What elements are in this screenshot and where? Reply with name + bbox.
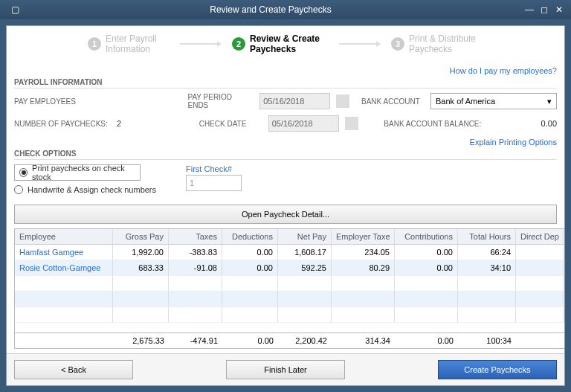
employee-link[interactable]: Hamfast Gamgee	[15, 245, 113, 260]
calendar-icon[interactable]	[336, 94, 349, 108]
explain-printing-link[interactable]: Explain Printing Options	[14, 138, 557, 147]
num-paychecks-label: NUMBER OF PAYCHECKS:	[14, 120, 111, 128]
wizard-steps: 1 Enter Payroll Information 2 Review & C…	[7, 26, 564, 62]
bank-account-select[interactable]: Bank of America ▾	[430, 93, 557, 109]
table-row-empty	[15, 307, 564, 323]
col-netpay[interactable]: Net Pay	[278, 229, 332, 244]
maximize-icon[interactable]: ◻	[538, 4, 550, 16]
paycheck-table: Employee Gross Pay Taxes Deductions Net …	[14, 228, 564, 349]
bank-account-label: BANK ACCOUNT	[361, 97, 425, 106]
radio-icon	[19, 168, 28, 177]
check-date-input[interactable]	[268, 115, 339, 132]
first-check-label: First Check#	[186, 164, 242, 173]
finish-later-button[interactable]: Finish Later	[226, 360, 345, 379]
pay-period-ends-input[interactable]	[259, 93, 330, 109]
table-row-empty	[15, 292, 564, 307]
col-emptax[interactable]: Employer Taxe	[332, 229, 395, 244]
close-icon[interactable]: ✕	[553, 4, 565, 16]
table-header-row: Employee Gross Pay Taxes Deductions Net …	[15, 229, 564, 245]
col-gross[interactable]: Gross Pay	[113, 229, 169, 244]
first-check-input[interactable]	[186, 175, 242, 191]
col-deductions[interactable]: Deductions	[222, 229, 278, 244]
window-title: Review and Create Paychecks	[21, 4, 520, 15]
radio-icon	[14, 185, 23, 194]
help-link[interactable]: How do I pay my employees?	[14, 66, 557, 75]
check-date-label: CHECK DATE	[199, 120, 262, 128]
col-hours[interactable]: Total Hours	[458, 229, 516, 244]
step-2: 2 Review & Create Paychecks	[232, 33, 324, 54]
window-menu-icon[interactable]: ▢	[9, 4, 21, 16]
bank-balance-label: BANK ACCOUNT BALANCE:	[384, 120, 488, 128]
num-paychecks-value: 2	[117, 119, 121, 128]
arrow-icon	[339, 43, 376, 45]
minimize-icon[interactable]: —	[523, 4, 535, 16]
step-3: 3 Print & Distribute Paychecks	[391, 33, 483, 54]
back-button[interactable]: < Back	[14, 360, 133, 379]
table-totals-row: 2,675.33 -474.91 0.00 2,200.42 314.34 0.…	[15, 332, 564, 348]
col-taxes[interactable]: Taxes	[169, 229, 222, 244]
radio-handwrite[interactable]: Handwrite & Assign check numbers	[14, 185, 156, 194]
payroll-info-header: PAYROLL INFORMATION	[14, 78, 557, 89]
create-paychecks-button[interactable]: Create Paychecks	[438, 360, 557, 379]
bank-balance-value: 0.00	[541, 119, 557, 128]
col-employee[interactable]: Employee	[15, 229, 113, 244]
calendar-icon[interactable]	[345, 117, 358, 130]
employee-link[interactable]: Rosie Cotton-Gamgee	[15, 260, 113, 275]
check-options-header: CHECK OPTIONS	[14, 150, 557, 160]
step-1: 1 Enter Payroll Information	[88, 33, 165, 54]
table-row[interactable]: Hamfast Gamgee 1,992.00 -383.83 0.00 1,6…	[15, 245, 564, 260]
col-dd[interactable]: Direct Dep	[516, 229, 564, 244]
chevron-down-icon: ▾	[547, 97, 552, 106]
arrow-icon	[180, 43, 217, 45]
col-contrib[interactable]: Contributions	[395, 229, 458, 244]
pay-period-ends-label: PAY PERIOD ENDS	[188, 93, 254, 109]
radio-print-stock[interactable]: Print paychecks on check stock	[14, 164, 141, 181]
table-row[interactable]: Rosie Cotton-Gamgee 683.33 -91.08 0.00 5…	[15, 260, 564, 276]
open-paycheck-detail-button[interactable]: Open Paycheck Detail...	[14, 205, 557, 224]
pay-employees-label: PAY EMPLOYEES	[14, 97, 77, 106]
table-row-empty	[15, 276, 564, 292]
